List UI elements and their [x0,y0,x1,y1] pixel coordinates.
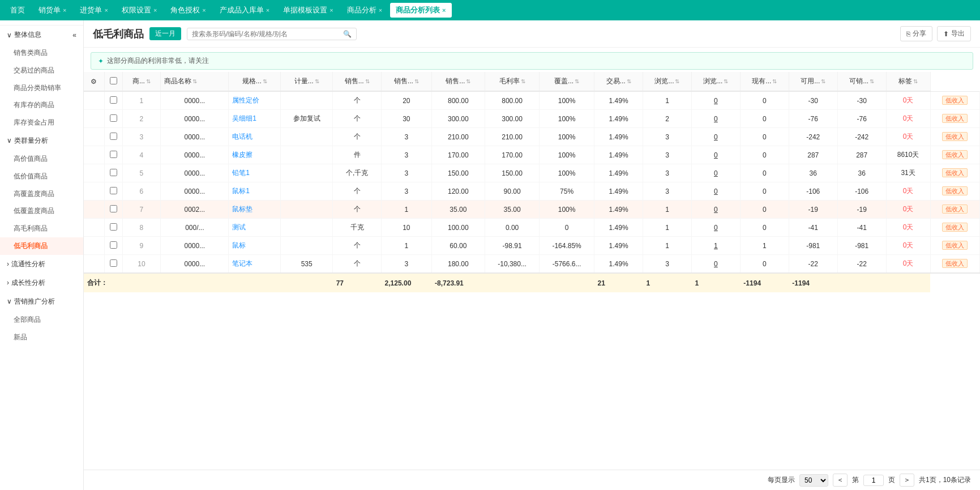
sidebar-item-low-value[interactable]: 低价值商品 [0,168,83,185]
row-browse1[interactable]: 0 [691,164,740,182]
row-browse1[interactable]: 0 [691,201,740,219]
search-icon[interactable]: 🔍 [343,30,352,38]
sidebar-item-capital[interactable]: 库存资金占用 [0,114,83,131]
sidebar-item-category-rate[interactable]: 商品分类助销率 [0,79,83,97]
row-checkbox-cell[interactable] [104,255,122,274]
row-checkbox[interactable] [110,241,117,249]
search-input[interactable] [192,30,343,38]
select-all-checkbox[interactable] [110,77,117,84]
nav-template-settings[interactable]: 单据模板设置 × [277,3,339,18]
code-column-header[interactable]: 商...⇅ [122,72,161,91]
filter-recent-month-button[interactable]: 近一月 [149,27,181,40]
row-name[interactable]: 鼠标垫 [229,201,281,219]
row-browse1[interactable]: 0 [691,91,740,110]
row-checkbox-cell[interactable] [104,219,122,237]
nav-close-analysis[interactable]: × [379,7,382,14]
row-browse1[interactable]: 0 [691,219,740,237]
row-checkbox-cell[interactable] [104,110,122,128]
sidebar-item-high-margin[interactable]: 高毛利商品 [0,220,83,237]
sidebar-group-overview[interactable]: ∨ 整体信息 « [0,25,83,44]
row-checkbox[interactable] [110,96,117,104]
row-checkbox[interactable] [110,151,117,158]
sidebar-item-in-stock[interactable]: 有库存的商品 [0,96,83,114]
nav-purchase-order[interactable]: 进货单 × [74,3,113,18]
row-checkbox-cell[interactable] [104,237,122,255]
spec-column-header[interactable]: 规格...⇅ [229,72,281,91]
browse1-column-header[interactable]: 浏览...⇅ [643,72,692,91]
next-page-button[interactable]: ＞ [900,474,914,487]
row-tag[interactable]: 低收入 [930,182,979,201]
page-input[interactable] [863,475,884,486]
name-column-header[interactable]: 商品名称⇅ [161,72,229,91]
row-tag[interactable]: 低收入 [930,164,979,182]
sales-amount-column-header[interactable]: 销售...⇅ [431,72,485,91]
nav-permissions[interactable]: 权限设置 × [116,3,162,18]
row-checkbox[interactable] [110,259,117,267]
sellable-column-header[interactable]: 可销...⇅ [837,72,886,91]
sidebar-item-sales-goods[interactable]: 销售类商品 [0,44,83,62]
row-browse1[interactable]: 0 [691,182,740,201]
nav-product-analysis-list[interactable]: 商品分析列表 × [390,3,451,18]
row-checkbox-cell[interactable] [104,201,122,219]
nav-close-purchase[interactable]: × [104,7,108,14]
row-browse1[interactable]: 0 [691,255,740,274]
row-tag[interactable]: 低收入 [930,128,979,146]
row-browse1[interactable]: 1 [691,237,740,255]
sidebar-item-traded-goods[interactable]: 交易过的商品 [0,62,83,79]
row-name[interactable]: 鼠标 [229,237,281,255]
row-tag[interactable]: 低收入 [930,255,979,274]
row-tag[interactable]: 低收入 [930,201,979,219]
checkbox-column-header[interactable] [104,72,122,91]
row-tag[interactable]: 低收入 [930,237,979,255]
sidebar-group-liquidity[interactable]: › 流通性分析 [0,255,83,274]
row-checkbox[interactable] [110,114,117,122]
row-browse1[interactable]: 0 [691,128,740,146]
sales-qty-column-header[interactable]: 销售...⇅ [333,72,382,91]
nav-sales-order[interactable]: 销货单 × [33,3,72,18]
nav-role-auth[interactable]: 角色授权 × [165,3,211,18]
row-checkbox-cell[interactable] [104,164,122,182]
share-button[interactable]: ⎘ 分享 [900,26,932,41]
row-name[interactable]: 鼠标1 [229,182,281,201]
row-name[interactable]: 铅笔1 [229,164,281,182]
nav-close-product[interactable]: × [266,7,269,14]
row-name[interactable]: 电话机 [229,128,281,146]
sidebar-item-low-margin[interactable]: 低毛利商品 [0,237,83,255]
unit-column-header[interactable]: 计量...⇅ [281,72,333,91]
sidebar-group-marketing[interactable]: ∨ 营销推广分析 [0,292,83,311]
nav-close-role[interactable]: × [202,7,206,14]
nav-close-analysis-list[interactable]: × [442,7,446,14]
nav-close-permissions[interactable]: × [153,7,157,14]
row-browse1[interactable]: 0 [691,146,740,164]
sidebar-item-low-coverage[interactable]: 低覆盖度商品 [0,202,83,220]
row-checkbox[interactable] [110,223,117,231]
row-checkbox[interactable] [110,187,117,194]
per-page-select[interactable]: 50 20 100 [799,474,828,487]
row-checkbox[interactable] [110,169,117,176]
settings-column-header[interactable]: ⚙ [84,72,104,91]
row-name[interactable]: 测试 [229,219,281,237]
gross-margin-column-header[interactable]: 毛利率⇅ [485,72,540,91]
row-name[interactable]: 属性定价 [229,91,281,110]
row-checkbox[interactable] [110,133,117,140]
row-checkbox-cell[interactable] [104,91,122,110]
nav-product-entry[interactable]: 产成品入库单 × [214,3,275,18]
prev-page-button[interactable]: ＜ [833,474,848,487]
sidebar-item-new-goods[interactable]: 新品 [0,329,83,346]
tag-column-header[interactable]: 标签⇅ [886,72,930,91]
row-name[interactable]: 吴细细1 [229,110,281,128]
sales-price-column-header[interactable]: 销售...⇅ [382,72,431,91]
row-name[interactable]: 笔记本 [229,255,281,274]
nav-close-template[interactable]: × [329,7,333,14]
current-stock-column-header[interactable]: 现有...⇅ [740,72,789,91]
collapse-sidebar-icon[interactable]: « [72,31,76,39]
row-tag[interactable]: 低收入 [930,91,979,110]
export-button[interactable]: ⬆ 导出 [937,26,971,41]
sidebar-item-all-goods[interactable]: 全部商品 [0,311,83,329]
row-tag[interactable]: 低收入 [930,146,979,164]
sidebar-item-high-coverage[interactable]: 高覆盖度商品 [0,185,83,203]
nav-product-analysis[interactable]: 商品分析 × [341,3,388,18]
row-checkbox-cell[interactable] [104,146,122,164]
sidebar-group-growth[interactable]: › 成长性分析 [0,274,83,292]
row-browse1[interactable]: 0 [691,110,740,128]
